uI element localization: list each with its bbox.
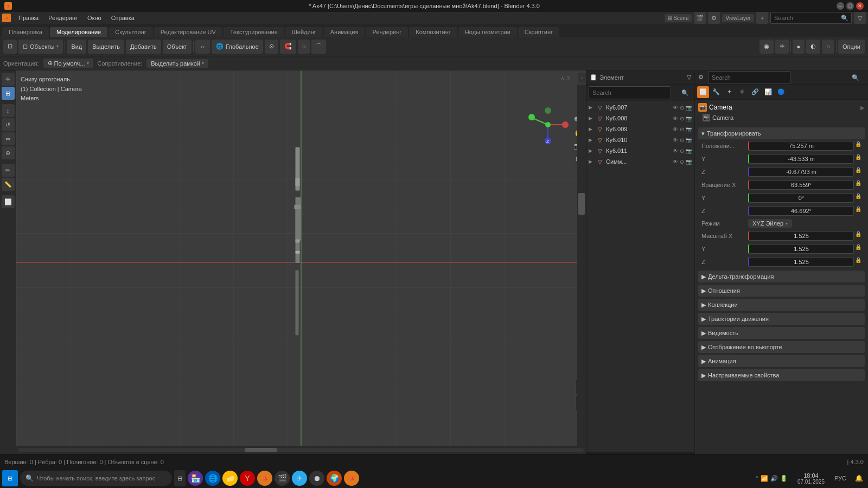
blender-icon[interactable]: 🔺 bbox=[2, 14, 11, 22]
gizmo-btn[interactable]: ✛ bbox=[775, 40, 789, 54]
menu-render[interactable]: Рендеринг bbox=[44, 14, 82, 22]
vis-sel-2[interactable]: ⊙ bbox=[680, 126, 684, 132]
tab-animation[interactable]: Анимация bbox=[324, 27, 365, 37]
vis-sel-5[interactable]: ⊙ bbox=[680, 159, 684, 165]
object-mode-btn[interactable]: ◻ Объекты ▾ bbox=[18, 40, 63, 54]
vis-render-2[interactable]: 📷 bbox=[686, 126, 692, 132]
vis-sel-0[interactable]: ⊙ bbox=[680, 105, 684, 111]
audio-icon[interactable]: 🔊 bbox=[770, 475, 778, 482]
vis-render-1[interactable]: 📷 bbox=[686, 115, 692, 121]
rot-x-lock[interactable]: 🔒 bbox=[855, 180, 861, 190]
taskbar-yandex-icon[interactable]: Y bbox=[240, 471, 255, 486]
rot-z-lock[interactable]: 🔒 bbox=[855, 206, 861, 216]
measure-btn[interactable]: 📏 bbox=[2, 178, 15, 191]
language-indicator[interactable]: РУС bbox=[831, 475, 850, 481]
close-button[interactable]: ✕ bbox=[856, 2, 864, 10]
rot-x-value[interactable]: 63.559° bbox=[748, 180, 854, 190]
shading-render-btn[interactable]: ○ bbox=[822, 40, 834, 54]
object-menu-btn[interactable]: Объект bbox=[163, 40, 192, 54]
taskbar-edge-icon[interactable]: 🌐 bbox=[205, 471, 220, 486]
scale-tool-btn[interactable]: ⇔ bbox=[2, 132, 15, 145]
pos-y-lock[interactable]: 🔒 bbox=[855, 154, 861, 164]
tab-texturing[interactable]: Текстурирование bbox=[224, 27, 284, 37]
vis-render-0[interactable]: 📷 bbox=[686, 105, 692, 111]
viewport-collapse-handle[interactable]: ‹ bbox=[578, 73, 586, 84]
props-data-icon[interactable]: 📊 bbox=[762, 86, 774, 98]
props-material-icon[interactable]: 🔵 bbox=[775, 86, 787, 98]
vis-eye-2[interactable]: 👁 bbox=[673, 126, 678, 132]
snap-btn[interactable]: 🧲 bbox=[280, 40, 296, 54]
tab-compositing[interactable]: Композитинг bbox=[409, 27, 457, 37]
global-orientation-btn[interactable]: 🌐 Глобальное bbox=[212, 40, 263, 54]
task-view-btn[interactable]: ⊟ bbox=[174, 470, 186, 486]
hscroll-track[interactable] bbox=[18, 448, 584, 452]
list-item[interactable]: ▶ ▽ Ку6.010 👁 ⊙ 📷 bbox=[586, 134, 694, 145]
list-item[interactable]: ▶ ▽ Ку6.011 👁 ⊙ 📷 bbox=[586, 145, 694, 156]
scale-x-lock[interactable]: 🔒 bbox=[855, 231, 861, 241]
select-box-btn[interactable]: ⊞ bbox=[2, 87, 15, 100]
props-search-input[interactable] bbox=[708, 71, 790, 84]
vscroll-thumb-right[interactable] bbox=[578, 193, 585, 215]
props-constraint-icon[interactable]: 🔗 bbox=[749, 86, 761, 98]
menu-edit[interactable]: Правка bbox=[14, 14, 43, 22]
transform-tool-btn[interactable]: ⊕ bbox=[2, 146, 15, 159]
rot-mode-dropdown[interactable]: XYZ Эйлер ▾ bbox=[748, 219, 792, 228]
props-physics-icon[interactable]: ⚛ bbox=[736, 86, 748, 98]
vis-eye-3[interactable]: 👁 bbox=[673, 137, 678, 143]
viewport-display-header[interactable]: ▶ Отображение во вьюпорте bbox=[698, 341, 865, 353]
minimize-button[interactable]: ─ bbox=[837, 2, 844, 10]
rot-z-value[interactable]: 46.692° bbox=[748, 206, 854, 216]
scale-y-value[interactable]: 1.525 bbox=[748, 244, 854, 254]
custom-props-header[interactable]: ▶ Настраиваемые свойства bbox=[698, 369, 865, 381]
list-item[interactable]: ▶ ▽ Ку6.009 👁 ⊙ 📷 bbox=[586, 124, 694, 134]
taskbar-record-icon[interactable]: ⏺ bbox=[309, 471, 324, 486]
view-menu-btn[interactable]: Вид bbox=[67, 40, 86, 54]
taskbar-video-icon[interactable]: 🎬 bbox=[275, 471, 290, 486]
battery-icon[interactable]: 🔋 bbox=[780, 475, 788, 482]
3d-viewport[interactable]: Снизу ортогональ (1) Collection | Camera… bbox=[16, 70, 586, 454]
taskbar-search[interactable]: 🔍 Чтобы начать поиск, введите здесь запр… bbox=[20, 471, 172, 486]
animation-section-header[interactable]: ▶ Анимация bbox=[698, 355, 865, 367]
select-menu-btn[interactable]: Выделить bbox=[88, 40, 124, 54]
vis-eye-1[interactable]: 👁 bbox=[673, 115, 678, 121]
move-tool-btn[interactable]: ↕ bbox=[2, 104, 15, 117]
object-expand-icon[interactable]: ▶ bbox=[860, 105, 865, 111]
hscroll-thumb[interactable] bbox=[245, 448, 277, 452]
add-menu-btn[interactable]: Добавить bbox=[126, 40, 161, 54]
select-mode-btn[interactable]: Выделить рамкой ▾ bbox=[146, 59, 208, 68]
taskbar-clock[interactable]: 18:04 07.01.2025 bbox=[793, 472, 829, 485]
shading-mat-btn[interactable]: ◐ bbox=[806, 40, 820, 54]
props-particle-icon[interactable]: ✦ bbox=[723, 86, 735, 98]
overlay-btn[interactable]: ◉ bbox=[760, 40, 774, 54]
vis-render-4[interactable]: 📷 bbox=[686, 148, 692, 154]
scene-icon[interactable]: 🎬 bbox=[694, 12, 706, 24]
tab-scripting[interactable]: Скриптинг bbox=[518, 27, 559, 37]
editor-type-btn[interactable]: ⊞ Scene bbox=[665, 14, 692, 22]
tab-uv-editing[interactable]: Редактирование UV bbox=[154, 27, 222, 37]
list-item[interactable]: ▶ ▽ Ку6.007 👁 ⊙ 📷 bbox=[586, 102, 694, 113]
options-btn[interactable]: Опции bbox=[838, 40, 865, 54]
view-layer-btn[interactable]: ViewLayer bbox=[722, 14, 754, 22]
maximize-button[interactable]: □ bbox=[846, 2, 854, 10]
falloff-btn[interactable]: ⌒ bbox=[311, 40, 326, 54]
proportional-btn[interactable]: ○ bbox=[298, 40, 310, 54]
notification-icon[interactable]: 🔔 bbox=[852, 471, 866, 485]
tab-shading[interactable]: Шейдинг bbox=[285, 27, 323, 37]
view-layer-add-icon[interactable]: + bbox=[756, 12, 768, 24]
tray-icon-1[interactable]: ^ bbox=[756, 475, 758, 481]
visibility-header[interactable]: ▶ Видимость bbox=[698, 327, 865, 339]
top-search-input[interactable] bbox=[770, 12, 852, 24]
props-modifier-icon[interactable]: 🔧 bbox=[710, 86, 722, 98]
viewport-gizmo[interactable]: Z X Y bbox=[526, 103, 570, 146]
motion-paths-header[interactable]: ▶ Траектории движения bbox=[698, 313, 865, 325]
pos-z-value[interactable]: -0.67793 m bbox=[748, 167, 854, 177]
rotate-tool-btn[interactable]: ↺ bbox=[2, 118, 15, 131]
pos-z-lock[interactable]: 🔒 bbox=[855, 167, 861, 177]
delta-header[interactable]: ▶ Дельта-трансформация bbox=[698, 271, 865, 282]
filter-icon[interactable]: ▽ bbox=[854, 12, 866, 24]
tab-rendering[interactable]: Рендеринг bbox=[366, 27, 408, 37]
vis-sel-3[interactable]: ⊙ bbox=[680, 137, 684, 143]
vis-sel-4[interactable]: ⊙ bbox=[680, 148, 684, 154]
annotate-btn[interactable]: ✏ bbox=[2, 164, 15, 177]
network-icon[interactable]: 📶 bbox=[761, 475, 768, 482]
